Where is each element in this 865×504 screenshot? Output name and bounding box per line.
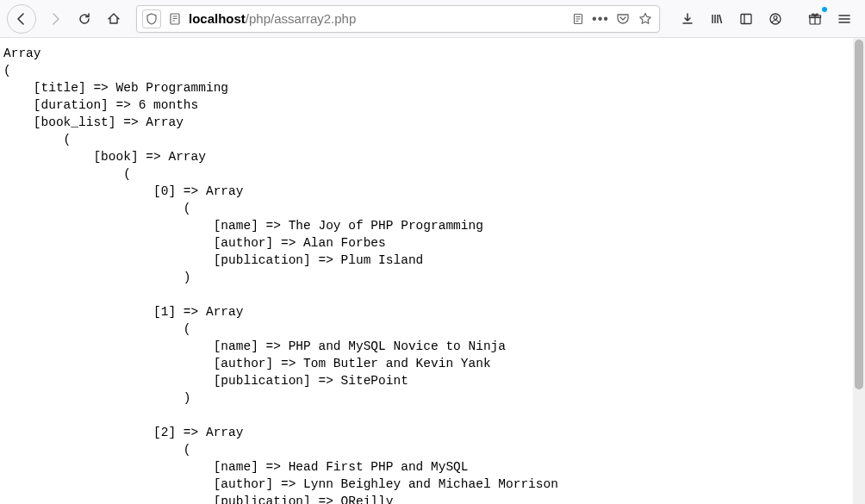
- downloads-icon[interactable]: [674, 5, 701, 33]
- shield-icon[interactable]: [142, 9, 161, 28]
- page-content: Array ( [title] => Web Programming [dura…: [0, 38, 853, 504]
- home-button[interactable]: [100, 5, 128, 33]
- url-bar[interactable]: localhost/php/assarray2.php •••: [136, 5, 660, 33]
- back-button[interactable]: [7, 4, 36, 34]
- bookmark-star-icon[interactable]: [637, 10, 654, 28]
- svg-rect-12: [741, 14, 751, 23]
- php-output: Array ( [title] => Web Programming [dura…: [3, 45, 849, 504]
- account-icon[interactable]: [762, 5, 789, 33]
- scroll-thumb[interactable]: [855, 40, 863, 389]
- pocket-icon[interactable]: [614, 10, 632, 28]
- whatsnew-icon[interactable]: [801, 5, 829, 33]
- library-icon[interactable]: [703, 5, 731, 33]
- page-actions-icon[interactable]: •••: [592, 10, 609, 28]
- reader-mode-icon[interactable]: [569, 10, 587, 28]
- vertical-scrollbar[interactable]: [853, 38, 865, 504]
- menu-icon[interactable]: [831, 5, 858, 33]
- svg-line-11: [719, 15, 722, 23]
- page-info-icon[interactable]: [166, 10, 184, 28]
- svg-point-15: [774, 16, 777, 19]
- toolbar-right-icons: [674, 5, 858, 33]
- forward-button: [41, 5, 69, 33]
- sidebar-icon[interactable]: [732, 5, 760, 33]
- url-text: localhost/php/assarray2.php: [189, 11, 564, 26]
- browser-toolbar: localhost/php/assarray2.php •••: [0, 0, 865, 38]
- reload-button[interactable]: [71, 5, 98, 33]
- content-wrapper: Array ( [title] => Web Programming [dura…: [0, 38, 865, 504]
- url-host: localhost: [189, 11, 246, 26]
- url-path: /php/assarray2.php: [246, 11, 356, 26]
